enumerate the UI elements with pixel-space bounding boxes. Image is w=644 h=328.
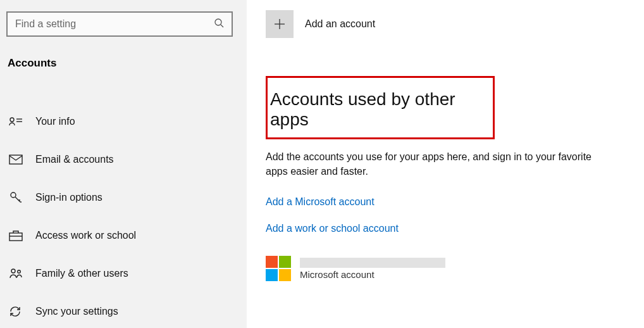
svg-point-9 (11, 269, 15, 273)
highlighted-section: Accounts used by other apps (266, 76, 495, 139)
microsoft-logo-icon (266, 256, 291, 281)
briefcase-icon (9, 230, 27, 241)
svg-point-0 (215, 19, 221, 25)
section-heading: Accounts used by other apps (270, 89, 488, 130)
svg-point-10 (18, 270, 21, 274)
sidebar-item-label: Email & accounts (35, 154, 114, 165)
mail-icon (9, 155, 27, 165)
add-account-button[interactable] (266, 10, 294, 38)
section-description: Add the accounts you use for your apps h… (266, 149, 601, 179)
sidebar-item-label: Family & other users (35, 268, 128, 279)
sidebar-item-label: Sync your settings (35, 306, 118, 317)
add-work-school-account-link[interactable]: Add a work or school account (266, 223, 625, 234)
sync-icon (9, 305, 27, 318)
add-account-row[interactable]: Add an account (266, 10, 625, 38)
sidebar-item-your-info[interactable]: Your info (6, 103, 240, 141)
plus-icon (273, 18, 286, 30)
account-subtitle: Microsoft account (300, 269, 445, 280)
sidebar-item-label: Sign-in options (35, 192, 102, 203)
search-input[interactable] (15, 18, 214, 30)
sidebar-item-access-work-school[interactable]: Access work or school (6, 217, 240, 255)
search-box[interactable] (6, 11, 233, 37)
svg-rect-5 (9, 155, 22, 164)
key-icon (9, 191, 27, 205)
account-name-redacted (300, 258, 445, 268)
sidebar-item-email-accounts[interactable]: Email & accounts (6, 141, 240, 179)
sidebar-nav: Your info Email & accounts Sign-in optio… (6, 103, 240, 328)
sidebar-section-title: Accounts (8, 57, 240, 70)
add-account-label: Add an account (305, 18, 375, 30)
account-text: Microsoft account (300, 258, 445, 280)
person-card-icon (9, 116, 27, 127)
sidebar-item-family-other-users[interactable]: Family & other users (6, 255, 240, 293)
svg-line-1 (221, 25, 223, 27)
svg-point-2 (10, 118, 14, 122)
sidebar-item-sign-in-options[interactable]: Sign-in options (6, 179, 240, 217)
svg-rect-7 (9, 233, 22, 241)
sidebar-item-label: Your info (35, 116, 75, 127)
sidebar-item-label: Access work or school (35, 230, 136, 241)
main-content: Add an account Accounts used by other ap… (247, 0, 644, 328)
people-icon (9, 268, 27, 279)
search-icon (214, 18, 224, 30)
svg-point-6 (11, 192, 16, 198)
sidebar-item-sync-settings[interactable]: Sync your settings (6, 293, 240, 328)
account-entry[interactable]: Microsoft account (266, 256, 625, 281)
settings-sidebar: Accounts Your info Email & accounts (0, 0, 247, 328)
add-microsoft-account-link[interactable]: Add a Microsoft account (266, 196, 625, 208)
